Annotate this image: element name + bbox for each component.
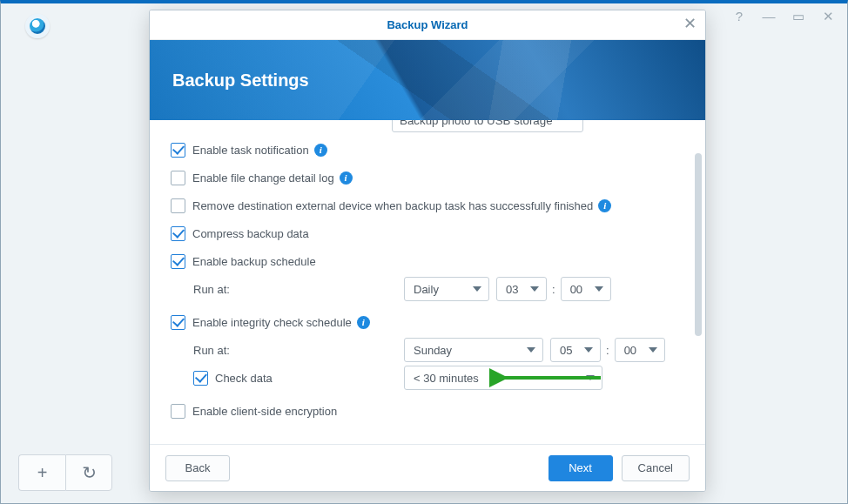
app-icon <box>25 14 50 38</box>
schedule-freq-value: Daily <box>414 283 439 296</box>
info-icon[interactable]: i <box>357 316 370 329</box>
integrity-hour-value: 05 <box>560 344 572 357</box>
enable-schedule-checkbox[interactable] <box>171 254 185 269</box>
help-icon[interactable]: ? <box>732 9 746 24</box>
schedule-hour-value: 03 <box>506 283 518 296</box>
plus-icon: + <box>37 463 48 483</box>
minimize-icon[interactable]: — <box>762 9 776 24</box>
enable-client-encryption-checkbox[interactable] <box>171 404 185 419</box>
maximize-icon[interactable]: ▭ <box>791 9 805 24</box>
chevron-down-icon <box>649 347 657 353</box>
enable-file-change-log-label: Enable file change detail log <box>192 171 334 185</box>
wizard-modal: Backup Wizard ✕ Backup Settings Task: En… <box>149 10 706 492</box>
banner: Backup Settings <box>150 40 705 120</box>
info-icon[interactable]: i <box>314 144 327 157</box>
check-data-checkbox[interactable] <box>193 371 208 386</box>
enable-task-notification-checkbox[interactable] <box>171 143 185 158</box>
info-icon[interactable]: i <box>340 171 353 185</box>
chevron-down-icon <box>527 347 535 353</box>
task-name-input[interactable] <box>392 120 583 132</box>
content-area: Task: Enable task notification i Enable … <box>150 120 705 444</box>
scrollbar[interactable] <box>695 129 702 440</box>
compress-backup-checkbox[interactable] <box>171 226 185 241</box>
cancel-button[interactable]: Cancel <box>622 455 690 481</box>
schedule-run-at-label: Run at: <box>193 283 404 296</box>
wizard-footer: Back Next Cancel <box>150 444 705 491</box>
check-data-duration-value: < 30 minutes <box>414 372 479 385</box>
modal-title: Backup Wizard <box>387 18 468 31</box>
banner-title: Backup Settings <box>172 71 309 91</box>
schedule-minute-select[interactable]: 00 <box>561 277 611 301</box>
check-data-duration-select[interactable]: < 30 minutes <box>404 366 602 390</box>
bottom-left-toolbar: + ↺ <box>18 454 112 491</box>
enable-integrity-checkbox[interactable] <box>171 315 185 330</box>
chevron-down-icon <box>530 286 539 292</box>
integrity-run-at-label: Run at: <box>193 344 404 357</box>
chevron-down-icon <box>473 286 481 292</box>
enable-task-notification-label: Enable task notification <box>192 144 309 157</box>
scrollbar-thumb[interactable] <box>695 153 702 336</box>
check-data-label: Check data <box>215 372 404 385</box>
integrity-minute-select[interactable]: 00 <box>615 338 665 362</box>
integrity-hour-select[interactable]: 05 <box>550 338 601 362</box>
time-colon: : <box>606 344 609 357</box>
schedule-freq-select[interactable]: Daily <box>404 277 489 301</box>
remove-external-device-checkbox[interactable] <box>171 198 185 213</box>
close-icon[interactable]: ✕ <box>683 16 697 31</box>
info-icon[interactable]: i <box>598 199 611 212</box>
enable-client-encryption-label: Enable client-side encryption <box>192 405 337 418</box>
schedule-minute-value: 00 <box>570 283 582 296</box>
enable-schedule-label: Enable backup schedule <box>192 255 316 268</box>
outer-close-icon[interactable]: ✕ <box>821 9 835 24</box>
back-button[interactable]: Back <box>165 455 230 481</box>
integrity-day-value: Sunday <box>414 344 452 357</box>
chevron-down-icon <box>586 375 595 380</box>
enable-integrity-label: Enable integrity check schedule <box>192 316 352 329</box>
history-button[interactable]: ↺ <box>65 454 112 491</box>
integrity-minute-value: 00 <box>624 344 636 357</box>
time-colon: : <box>552 283 555 296</box>
schedule-hour-select[interactable]: 03 <box>496 277 547 301</box>
add-button[interactable]: + <box>18 454 65 491</box>
remove-external-device-label: Remove destination external device when … <box>192 199 593 212</box>
next-button[interactable]: Next <box>549 455 613 481</box>
history-icon: ↺ <box>82 462 97 483</box>
enable-file-change-log-checkbox[interactable] <box>171 171 185 185</box>
compress-backup-label: Compress backup data <box>192 227 309 240</box>
chevron-down-icon <box>595 286 603 292</box>
modal-titlebar: Backup Wizard ✕ <box>150 10 705 40</box>
chevron-down-icon <box>584 347 593 353</box>
integrity-day-select[interactable]: Sunday <box>404 338 543 362</box>
